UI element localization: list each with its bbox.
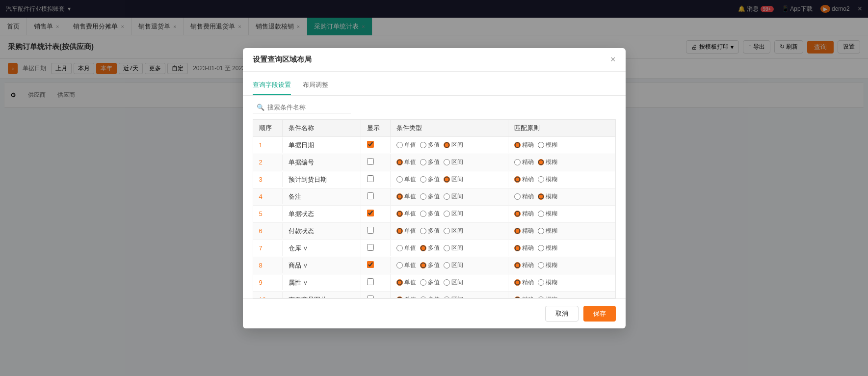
modal-header: 设置查询区域布局 ×: [243, 48, 626, 72]
modal-tab-layout[interactable]: 布局调整: [303, 78, 328, 95]
search-input-wrap: 🔍: [253, 102, 351, 112]
search-input[interactable]: [267, 104, 346, 111]
search-icon: 🔍: [257, 104, 264, 111]
search-box: 🔍: [243, 96, 626, 112]
settings-modal: 设置查询区域布局 × 查询字段设置 布局调整 🔍 顺序 条件名称 显示: [243, 48, 626, 112]
modal-tabs: 查询字段设置 布局调整: [243, 72, 626, 96]
modal-overlay: 设置查询区域布局 × 查询字段设置 布局调整 🔍 顺序 条件名称 显示: [0, 0, 868, 112]
modal-tab-query[interactable]: 查询字段设置: [253, 78, 291, 95]
modal-title: 设置查询区域布局: [253, 55, 312, 64]
modal-tab-query-label: 查询字段设置: [253, 81, 291, 88]
modal-close-button[interactable]: ×: [610, 55, 616, 64]
modal-tab-layout-label: 布局调整: [303, 81, 328, 88]
